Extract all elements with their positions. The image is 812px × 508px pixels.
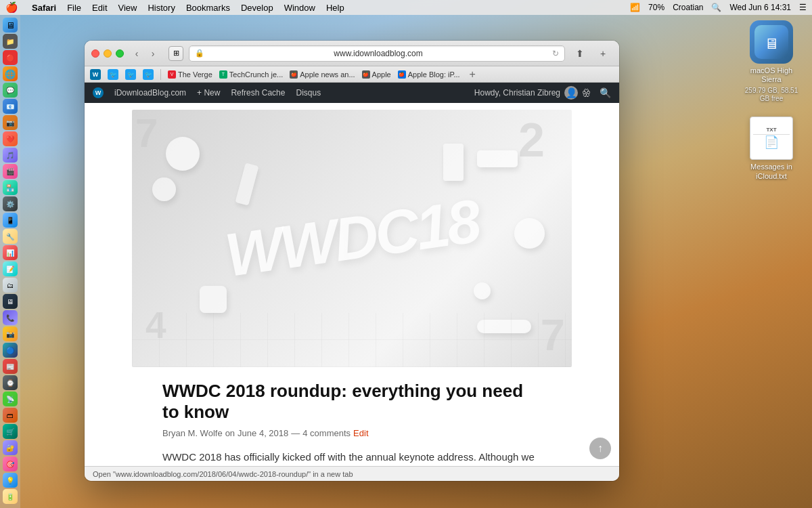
menu-history[interactable]: History — [148, 3, 175, 13]
shape-circle-3 — [474, 282, 491, 299]
wp-disqus-button[interactable]: Disqus — [296, 88, 321, 98]
dock-icon-4[interactable]: 💬 — [3, 83, 18, 98]
dock-icon-8[interactable]: 🎵 — [3, 148, 18, 163]
menubar-wifi-icon[interactable]: 📶 — [630, 3, 640, 12]
dock-icon-13[interactable]: 🔧 — [3, 229, 18, 244]
dock-icon-27[interactable]: 🎯 — [3, 457, 18, 471]
dock-icon-25[interactable]: 🛒 — [3, 424, 18, 439]
macos-icon-label: macOS High Sierra — [744, 66, 798, 84]
menu-edit[interactable]: Edit — [92, 3, 107, 13]
url-bar[interactable]: 🔒 www.idownloadblog.com ↻ — [189, 45, 565, 62]
share-button[interactable]: ⬆ — [570, 45, 589, 62]
shape-circle-4 — [514, 218, 545, 249]
bookmark-apple-blog[interactable]: 🍎 Apple Blog: iP... — [398, 70, 460, 79]
bookmark-apple[interactable]: 🍎 Apple — [362, 70, 391, 79]
dock-icon-20[interactable]: 🔵 — [3, 343, 18, 358]
desktop-icon-txt[interactable]: TXT 📄 Messages in iCloud.txt — [744, 117, 798, 180]
wwdc-text: WWDC18 — [221, 186, 483, 291]
bookmark-twitter3[interactable]: 🐦 — [143, 69, 154, 80]
dock-icon-17[interactable]: 🖥 — [3, 294, 18, 309]
dock-icon-7[interactable]: ❤️ — [3, 131, 18, 146]
menu-window[interactable]: Window — [284, 3, 315, 13]
menu-bookmarks[interactable]: Bookmarks — [186, 3, 230, 13]
forward-button[interactable]: › — [145, 46, 160, 61]
browser-window: ‹ › ⊞ 🔒 www.idownloadblog.com ↻ ⬆ + W 🐦 … — [85, 41, 619, 481]
menubar-datetime: Wed Jun 6 14:31 — [729, 3, 791, 12]
dock-icon-14[interactable]: 📊 — [3, 245, 18, 260]
apple-menu-icon[interactable]: 🍎 — [5, 1, 18, 14]
back-button[interactable]: ‹ — [129, 46, 144, 61]
dock-icon-9[interactable]: 🎬 — [3, 164, 18, 179]
bookmark-verge[interactable]: V The Verge — [168, 70, 212, 79]
reload-icon[interactable]: ↻ — [552, 49, 559, 58]
dock-icon-21[interactable]: 📰 — [3, 359, 18, 374]
menubar-user[interactable]: Croatian — [673, 3, 703, 12]
dock-icon-finder[interactable]: 🖥 — [3, 18, 18, 33]
wp-logo-icon[interactable]: W — [93, 87, 104, 98]
dock-icon-10[interactable]: 🏪 — [3, 180, 18, 195]
bookmark-wp-icon[interactable]: W — [90, 69, 101, 80]
tab-overview-button[interactable]: ⊞ — [168, 46, 183, 61]
wp-new-button[interactable]: + New — [197, 88, 220, 98]
article-edit-link[interactable]: Edit — [353, 428, 368, 438]
dock-icon-29[interactable]: 🔋 — [3, 489, 18, 504]
app-name[interactable]: Safari — [32, 3, 56, 13]
bg-numbers-1: 7 — [135, 113, 158, 154]
status-bar: Open "www.idownloadblog.com/2018/06/04/w… — [85, 466, 619, 481]
add-bookmark-button[interactable]: + — [470, 68, 476, 81]
bookmark-twitter2[interactable]: 🐦 — [125, 69, 136, 80]
bookmark-apple-news[interactable]: 🍎 Apple news an... — [290, 70, 355, 79]
dock-icon-15[interactable]: 📝 — [3, 261, 18, 276]
wp-refresh-button[interactable]: Refresh Cache — [231, 88, 285, 98]
menu-file[interactable]: File — [67, 3, 81, 13]
close-button[interactable] — [91, 49, 99, 58]
shape-rect-2 — [200, 286, 227, 313]
shape-rotated-1 — [235, 163, 259, 205]
dock-icon-5[interactable]: 📧 — [3, 99, 18, 114]
nav-buttons: ‹ › — [129, 46, 160, 61]
dock-icon-22[interactable]: ⌚ — [3, 375, 18, 390]
bookmark-twitter1[interactable]: 🐦 — [108, 69, 118, 80]
maximize-button[interactable] — [116, 49, 124, 58]
menu-develop[interactable]: Develop — [241, 3, 273, 13]
dock-icon-24[interactable]: 🗃 — [3, 408, 18, 423]
svg-text:🖥: 🖥 — [764, 35, 779, 52]
article-body: WWDC 2018 has officially kicked off with… — [162, 449, 541, 466]
dock-icon-12[interactable]: 📱 — [3, 213, 18, 228]
bookmark-techcrunch[interactable]: T TechCrunch je... — [219, 70, 283, 79]
dock-icon-28[interactable]: 💡 — [3, 473, 18, 488]
wp-bar-right: Howdy, Christian Zibreg 👤 🏵 🔍 — [474, 86, 611, 100]
dock-icon-11[interactable]: ⚙️ — [3, 196, 18, 211]
dock-icon-1[interactable]: 📁 — [3, 34, 18, 49]
shape-rect-1 — [477, 150, 518, 167]
titlebar: ‹ › ⊞ 🔒 www.idownloadblog.com ↻ ⬆ + — [85, 41, 619, 66]
menu-view[interactable]: View — [118, 3, 137, 13]
dock-icon-18[interactable]: 📞 — [3, 310, 18, 325]
dock-icon-6[interactable]: 📷 — [3, 115, 18, 130]
bookmarks-bar: W 🐦 🐦 🐦 V The Verge T TechCrunch je... 🍎… — [85, 66, 619, 83]
article-meta: Bryan M. Wolfe on June 4, 2018 — 4 comme… — [162, 428, 541, 438]
dock-icon-23[interactable]: 📡 — [3, 391, 18, 406]
article-on: on — [225, 428, 235, 438]
wp-user-avatar[interactable]: 👤 — [564, 86, 578, 100]
dock-icon-19[interactable]: 📸 — [3, 326, 18, 341]
txt-icon-label: Messages in iCloud.txt — [744, 163, 798, 180]
desktop-icon-macos[interactable]: 🖥 macOS High Sierra 259.79 GB, 58.51 GB … — [744, 20, 798, 103]
menubar-search-icon[interactable]: 🔍 — [711, 3, 721, 12]
wp-search-icon[interactable]: 🔍 — [600, 87, 611, 98]
scroll-top-button[interactable]: ↑ — [589, 438, 611, 459]
minimize-button[interactable] — [104, 49, 112, 58]
txt-icon-image: TXT 📄 — [750, 117, 793, 160]
menu-help[interactable]: Help — [326, 3, 344, 13]
dock-icon-2[interactable]: 🔴 — [3, 50, 18, 65]
dock-icon-16[interactable]: 🗂 — [3, 278, 18, 293]
wp-site-name[interactable]: iDownloadBlog.com — [114, 88, 186, 98]
article-comments: 4 comments — [302, 428, 351, 438]
bg-numbers-2: 2 — [518, 113, 545, 167]
dock-icon-3[interactable]: 🌐 — [3, 66, 18, 81]
menubar-extra[interactable]: ☰ — [799, 3, 807, 12]
new-tab-button[interactable]: + — [593, 45, 612, 62]
dock-icon-26[interactable]: 🔐 — [3, 440, 18, 455]
content-area[interactable]: WWDC18 7 2 4 7 WWDC 2018 roundup: everyt… — [85, 103, 619, 466]
shape-circle-1 — [166, 137, 200, 171]
